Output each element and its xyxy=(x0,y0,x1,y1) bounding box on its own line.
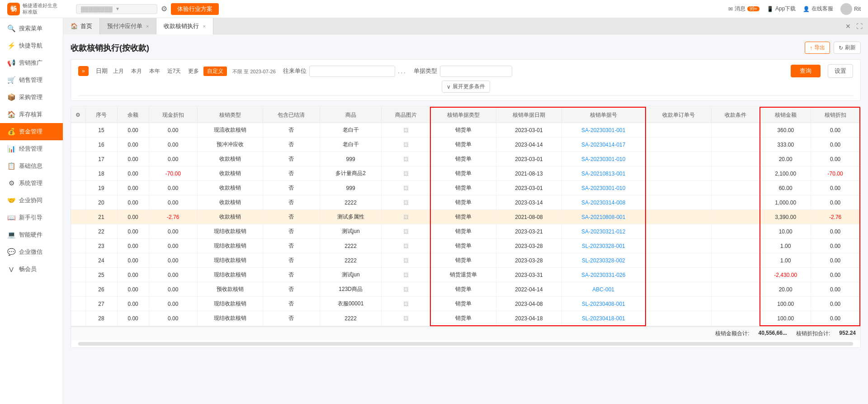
cell-cancel-bill-no[interactable]: SA-20230331-026 xyxy=(561,268,645,282)
date-this-year-btn[interactable]: 本年 xyxy=(146,67,163,76)
horizontal-scrollbar[interactable] xyxy=(78,342,853,346)
tab-prepay-close-icon[interactable]: × xyxy=(146,24,149,29)
cell-included-settled: 否 xyxy=(263,123,320,138)
filter-expand-btn[interactable]: » xyxy=(78,66,89,76)
cell-cancel-bill-no[interactable]: SA-20230321-012 xyxy=(561,224,645,239)
cell-receipt-condition xyxy=(711,123,760,138)
sales-icon: 🛒 xyxy=(7,76,15,84)
sidebar: 🔍 搜索菜单 ⚡ 快捷导航 📢 营销推广 🛒 销售管理 📦 采购管理 🏠 库存核… xyxy=(0,18,63,404)
cell-included-settled: 否 xyxy=(263,166,320,181)
data-table: ⚙ 序号 余额 现金折扣 核销类型 包含已结清 商品 商品图片 核销单据类型 核… xyxy=(71,107,860,326)
cell-cancel-type: 收款核销 xyxy=(198,166,263,181)
cell-cancel-bill-no[interactable]: SA-20230414-017 xyxy=(561,138,645,152)
cell-cancel-bill-date: 2023-04-14 xyxy=(496,138,562,152)
sidebar-item-system-label: 系统管理 xyxy=(19,179,42,187)
tab-receipt-cancel-close-icon[interactable]: × xyxy=(203,24,205,29)
cell-cancel-bill-type: 销货单 xyxy=(430,181,496,195)
cell-goods: 多计量商品2 xyxy=(320,166,382,181)
sidebar-item-hardware[interactable]: 💻 智能硬件 xyxy=(0,226,63,243)
sidebar-item-enterprise[interactable]: 🤝 企业协同 xyxy=(0,192,63,209)
sidebar-item-sales[interactable]: 🛒 销售管理 xyxy=(0,71,63,89)
tab-close-btn[interactable]: ✕ xyxy=(844,22,853,31)
cell-cancel-bill-no[interactable]: SA-20230301-010 xyxy=(561,152,645,166)
sidebar-item-operations-label: 经营管理 xyxy=(19,145,42,153)
marketing-icon: 📢 xyxy=(7,59,15,67)
cell-cancel-discount: 0.00 xyxy=(811,123,860,138)
online-service-btn[interactable]: 👤 在线客服 xyxy=(803,5,833,13)
partner-input[interactable] xyxy=(309,66,395,77)
tab-prepay[interactable]: 预付冲应付单 × xyxy=(100,18,156,34)
cell-goods-img: 🖼 xyxy=(382,253,430,268)
col-cancel-discount: 核销折扣 xyxy=(811,107,860,123)
cell-receipt-condition xyxy=(711,181,760,195)
cell-cancel-discount: 0.00 xyxy=(811,239,860,253)
billtype-select[interactable] xyxy=(440,66,512,77)
cell-cancel-type: 现结收款核销 xyxy=(198,224,263,239)
cell-cancel-discount: -2.76 xyxy=(811,210,860,224)
expand-more-btn[interactable]: ∨ 展开更多条件 xyxy=(442,81,490,93)
query-btn[interactable]: 查询 xyxy=(791,65,821,77)
tab-home[interactable]: 🏠 首页 xyxy=(63,18,100,34)
cell-cancel-discount: 0.00 xyxy=(811,297,860,311)
cell-cancel-bill-no[interactable]: SA-20230314-008 xyxy=(561,195,645,210)
date-this-month-btn[interactable]: 本月 xyxy=(128,67,145,76)
sidebar-item-operations[interactable]: 📊 经营管理 xyxy=(0,140,63,157)
logo-icon: 畅 xyxy=(7,3,20,15)
search-bar[interactable]: ▓▓▓▓▓▓▓▓ ▼ xyxy=(76,4,157,14)
gear-icon[interactable]: ⚙ xyxy=(161,5,167,13)
sidebar-item-wechat[interactable]: 💬 企业微信 xyxy=(0,243,63,261)
cell-cancel-discount: -70.00 xyxy=(811,166,860,181)
cell-cancel-bill-no[interactable]: SL-20230328-002 xyxy=(561,253,645,268)
cell-cancel-bill-no[interactable]: SL-20230408-001 xyxy=(561,297,645,311)
cell-goods: 测试多属性 xyxy=(320,210,382,224)
sidebar-item-search[interactable]: 🔍 搜索菜单 xyxy=(0,20,63,37)
tab-receipt-cancel[interactable]: 收款核销执行 × xyxy=(156,18,213,34)
cell-cancel-bill-no[interactable]: SA-20210813-001 xyxy=(561,166,645,181)
date-more-btn[interactable]: 更多 xyxy=(185,67,202,76)
sidebar-item-finance[interactable]: 💰 资金管理 xyxy=(0,123,63,140)
cell-cancel-discount: 0.00 xyxy=(811,224,860,239)
tab-fullscreen-btn[interactable]: ⛶ xyxy=(854,22,864,31)
sidebar-item-system[interactable]: ⚙ 系统管理 xyxy=(0,175,63,192)
cell-cancel-bill-no[interactable]: SL-20230418-001 xyxy=(561,311,645,326)
logo-area: 畅 畅捷通谁好生意 标准版 xyxy=(7,3,71,15)
cell-receipt-order-no xyxy=(646,311,712,326)
industry-btn[interactable]: 体验行业方案 xyxy=(171,3,219,15)
sidebar-item-purchase[interactable]: 📦 采购管理 xyxy=(0,89,63,106)
export-btn[interactable]: ↑ 导出 xyxy=(805,42,830,54)
notification-btn[interactable]: ✉ 消息 99+ xyxy=(728,5,760,13)
cell-cancel-bill-no[interactable]: SA-20210808-001 xyxy=(561,210,645,224)
app-download-btn[interactable]: 📱 App下载 xyxy=(767,5,796,13)
cell-cancel-amount: 333.00 xyxy=(760,138,811,152)
cell-cancel-bill-no[interactable]: SA-20230301-001 xyxy=(561,123,645,138)
date-label: 日期 xyxy=(96,67,108,75)
refresh-btn[interactable]: ↻ 刷新 xyxy=(834,42,861,54)
cell-included-settled: 否 xyxy=(263,297,320,311)
cell-cancel-bill-no[interactable]: SA-20230301-010 xyxy=(561,181,645,195)
cell-cancel-amount: 360.00 xyxy=(760,123,811,138)
col-cash-discount: 现金折扣 xyxy=(149,107,197,123)
date-7days-btn[interactable]: 近7天 xyxy=(165,67,184,76)
cell-receipt-condition xyxy=(711,138,760,152)
cell-cancel-bill-no[interactable]: ABC-001 xyxy=(561,282,645,297)
col-settings[interactable]: ⚙ xyxy=(71,107,85,123)
sidebar-item-basic-info[interactable]: 📋 基础信息 xyxy=(0,157,63,175)
setting-btn[interactable]: 设置 xyxy=(828,64,853,78)
service-icon: 👤 xyxy=(803,6,810,12)
top-bar: 畅 畅捷通谁好生意 标准版 ▓▓▓▓▓▓▓▓ ▼ ⚙ 体验行业方案 ✉ 消息 9… xyxy=(0,0,868,18)
cell-cancel-bill-type: 销货单 xyxy=(430,224,496,239)
user-area[interactable]: Rit xyxy=(840,3,861,15)
col-goods: 商品 xyxy=(320,107,382,123)
date-last-month-btn[interactable]: 上月 xyxy=(110,67,127,76)
sidebar-item-guide[interactable]: 📖 新手引导 xyxy=(0,209,63,226)
date-custom-btn[interactable]: 自定义 xyxy=(203,67,227,76)
cell-receipt-condition xyxy=(711,282,760,297)
cell-cash-discount: 0.00 xyxy=(149,282,197,297)
sidebar-item-marketing[interactable]: 📢 营销推广 xyxy=(0,54,63,71)
sidebar-item-member[interactable]: V 畅会员 xyxy=(0,261,63,278)
sidebar-item-quicknav[interactable]: ⚡ 快捷导航 xyxy=(0,37,63,54)
sidebar-item-inventory[interactable]: 🏠 库存核算 xyxy=(0,106,63,123)
cell-settings xyxy=(71,253,85,268)
sidebar-item-purchase-label: 采购管理 xyxy=(19,93,42,101)
cell-cancel-bill-no[interactable]: SL-20230328-001 xyxy=(561,239,645,253)
